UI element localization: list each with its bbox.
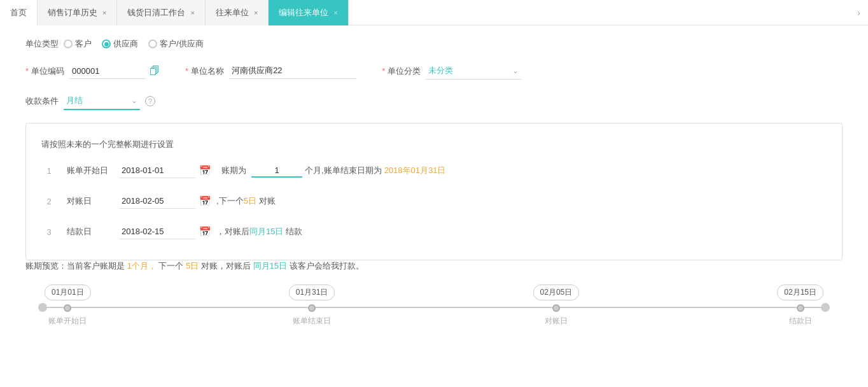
timeline-sublabel-3: 对账日 [545,316,568,327]
close-partners-icon[interactable]: × [254,9,258,17]
payment-terms-value: 月结 [66,95,129,106]
radio-circle-supplier [102,39,111,48]
billing-row-2: 2 对账日 📅 ,下一个 5日 对账 [41,194,827,209]
billing-row-1-unit: 个月,账单结束日期为 [305,165,382,176]
radio-both-label: 客户/供应商 [160,38,204,50]
radio-group-unit-type: 客户 供应商 客户/供应商 [64,38,204,50]
tabs-bar: 首页 销售订单历史 × 钱货日清工作台 × 往来单位 × 编辑往来单位 × › [0,0,868,25]
timeline-badge-4: 02月15日 [777,285,823,300]
billing-row-2-num: 2 [41,197,57,206]
billing-payment-highlight: 同月15日 [249,226,283,237]
billing-row-2-date-wrap: 📅 [119,194,211,209]
preview-reconcile-suffix: 对账，对账后 [201,261,251,271]
payment-terms-dropdown[interactable]: 月结 ⌄ [64,92,140,110]
billing-section: 请按照未来的一个完整帐期进行设置 1 账单开始日 📅 账期为 个月,账单结束日期… [25,123,843,260]
billing-start-date-input[interactable] [119,163,195,178]
billing-row-2-prefix: ,下一个 [216,195,244,207]
payment-terms-row: 收款条件 月结 ⌄ ? [25,92,843,110]
timeline-item-3: 02月05日 对账日 [533,285,580,327]
unit-type-item: 单位类型 客户 供应商 客户/供应商 [25,38,204,50]
billing-row-1-label: 账单开始日 [67,165,111,176]
billing-row-3-prefix: ，对账后 [216,226,249,237]
timeline-dot-3 [552,304,560,312]
unit-code-calendar-icon[interactable]: 🗍 [150,66,160,77]
unit-name-label: 单位名称 [191,66,224,77]
close-sales-history-icon[interactable]: × [102,9,106,17]
payment-terms-label: 收款条件 [25,95,59,107]
tab-sales-history-label: 销售订单历史 [48,7,97,18]
tab-partners[interactable]: 往来单位 × [206,0,269,25]
billing-row-1-num: 1 [41,166,57,176]
radio-supplier[interactable]: 供应商 [102,38,138,50]
billing-row-3: 3 结款日 📅 ，对账后 同月15日 结款 [41,224,827,239]
payment-terms-item: 收款条件 月结 ⌄ ? [25,92,155,110]
unit-code-label: 单位编码 [31,66,64,77]
tab-edit-partner[interactable]: 编辑往来单位 × [269,0,348,25]
billing-start-calendar-icon[interactable]: 📅 [199,165,211,176]
help-icon[interactable]: ? [145,96,155,106]
preview-period: 1个月， [127,261,157,271]
radio-circle-customer [64,39,73,48]
timeline-badge-2: 01月31日 [289,285,335,300]
billing-instruction: 请按照未来的一个完整帐期进行设置 [41,139,827,150]
timeline-item-4: 02月15日 结款日 [777,285,823,327]
billing-end-date: 2018年01月31日 [384,165,446,176]
billing-row-3-label: 结款日 [67,226,111,237]
tab-partners-label: 往来单位 [216,7,249,18]
tabs-scroll-right[interactable]: › [850,8,868,18]
preview-payment-suffix: 该客户会给我打款。 [290,261,364,271]
timeline-badge-1: 01月01日 [45,285,91,300]
unit-category-label: 单位分类 [388,66,421,77]
radio-customer[interactable]: 客户 [64,38,92,50]
timeline-container: 01月01日 账单开始日 01月31日 账单结束日 02月05日 对账日 02月… [25,285,843,327]
main-content: 单位类型 客户 供应商 客户/供应商 * 单位编码 [0,25,868,387]
billing-row-2-suffix: 对账 [259,195,276,207]
unit-code-input[interactable] [69,64,146,79]
tab-work-bench[interactable]: 钱货日清工作台 × [117,0,205,25]
unit-code-item: * 单位编码 🗍 [25,64,160,79]
preview-label: 账期预览：当前客户账期是 [25,261,125,271]
unit-category-item: * 单位分类 未分类 ⌄ [382,62,521,80]
unit-info-row: * 单位编码 🗍 * 单位名称 * 单位分类 未分类 ⌄ [25,62,843,80]
unit-category-arrow-icon: ⌄ [512,66,519,75]
billing-payment-calendar-icon[interactable]: 📅 [199,226,211,237]
close-edit-partner-icon[interactable]: × [333,9,337,17]
unit-name-input[interactable] [229,64,356,79]
billing-row-1-period-label: 账期为 [221,165,246,176]
billing-row-1: 1 账单开始日 📅 账期为 个月,账单结束日期为 2018年01月31日 [41,163,827,178]
timeline-sublabel-1: 账单开始日 [48,316,87,327]
timeline-badge-3: 02月05日 [533,285,580,300]
unit-type-row: 单位类型 客户 供应商 客户/供应商 [25,38,843,50]
unit-category-dropdown[interactable]: 未分类 ⌄ [426,62,521,80]
close-work-bench-icon[interactable]: × [190,9,194,17]
billing-period-input[interactable] [251,164,302,178]
timeline-item-2: 01月31日 账单结束日 [289,285,335,327]
timeline-items: 01月01日 账单开始日 01月31日 账单结束日 02月05日 对账日 02月… [38,285,830,327]
billing-payment-date-input[interactable] [119,224,195,239]
preview-section: 账期预览：当前客户账期是 1个月， 下一个 5日 对账，对账后 同月15日 该客… [25,260,843,285]
preview-reconcile-highlight: 5日 [186,261,199,271]
payment-terms-arrow-icon: ⌄ [131,96,137,105]
radio-both[interactable]: 客户/供应商 [148,38,204,50]
timeline-dot-1 [64,304,71,312]
billing-reconcile-calendar-icon[interactable]: 📅 [199,195,211,207]
unit-name-required: * [185,66,188,76]
unit-code-input-wrap: 🗍 [69,64,160,79]
radio-supplier-label: 供应商 [113,38,138,50]
preview-payment-highlight: 同月15日 [253,261,287,271]
billing-reconcile-date-input[interactable] [119,194,195,209]
tab-sales-history[interactable]: 销售订单历史 × [38,0,117,25]
tab-home[interactable]: 首页 [0,0,38,25]
unit-category-value: 未分类 [428,65,510,76]
timeline-sublabel-2: 账单结束日 [293,316,331,327]
radio-customer-label: 客户 [75,38,92,50]
radio-circle-both [148,39,157,48]
unit-category-required: * [382,66,385,76]
unit-code-required: * [25,66,29,76]
timeline-sublabel-4: 结款日 [789,316,812,327]
tab-work-bench-label: 钱货日清工作台 [127,7,185,18]
billing-row-3-date-wrap: 📅 [119,224,211,239]
billing-row-3-suffix: 结款 [286,226,302,237]
timeline-dot-4 [797,304,804,312]
preview-reconcile-prefix: 下一个 [158,261,183,271]
